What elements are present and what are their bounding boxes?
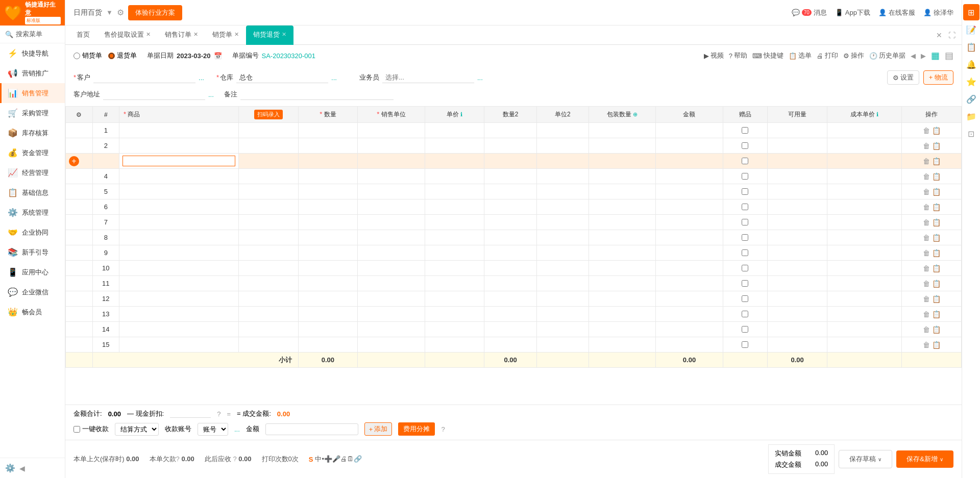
grid-view2-icon[interactable]: ▤ [945,50,953,61]
radio-sales-input[interactable] [74,53,80,59]
cell-unit2[interactable] [536,138,589,154]
gift-checkbox[interactable] [742,234,748,241]
save-new-btn[interactable]: 保存&新增 ∨ [896,450,953,468]
copy-row-icon[interactable]: 📋 [932,325,941,334]
cell-product[interactable] [119,123,239,138]
topbar-gear-icon[interactable]: ⚙ [117,8,124,17]
right-panel-btn-6[interactable]: 🔗 [963,91,979,107]
tab-sales-order[interactable]: 销售订单 ✕ [158,26,205,45]
cell-qty[interactable] [298,138,358,154]
delete-row-icon[interactable]: 🗑 [923,234,930,242]
search-menu[interactable]: 🔍 搜索菜单 [0,26,65,43]
delete-row-icon[interactable]: 🗑 [923,172,930,181]
tabs-close-all-icon[interactable]: ✕ [934,30,944,40]
nav-next-icon[interactable]: ▶ [921,52,926,60]
cell-price[interactable] [425,154,484,169]
video-btn[interactable]: ▶视频 [704,51,724,60]
copy-row-icon[interactable]: 📋 [932,341,941,349]
address-input[interactable] [103,89,205,100]
cell-unit2[interactable] [536,154,589,169]
sidebar-item-inventory[interactable]: 📦 库存核算 [0,123,65,143]
gift-checkbox[interactable] [742,173,748,180]
help-btn[interactable]: ?帮助 [729,51,747,60]
tab-sales-return[interactable]: 销货退货 ✕ [246,26,293,45]
gift-checkbox[interactable] [742,158,748,164]
cell-unit2[interactable] [536,123,589,138]
copy-row-icon[interactable]: 📋 [932,280,941,288]
nav-prev-icon[interactable]: ◀ [911,52,916,60]
sidebar-item-operations[interactable]: 📈 经营管理 [0,163,65,183]
cell-pack[interactable] [589,138,655,154]
cell-unit[interactable] [358,138,425,154]
grid-view1-icon[interactable]: ▦ [931,50,940,61]
calendar-icon[interactable]: 📅 [214,52,222,60]
copy-row-icon[interactable]: 📋 [932,234,941,242]
cell-amount[interactable] [656,123,723,138]
cell-qty2[interactable] [484,138,536,154]
save-draft-chevron-icon[interactable]: ∨ [878,457,881,462]
cell-product[interactable] [119,154,239,169]
tabs-maximize-icon[interactable]: ⛶ [946,30,958,40]
copy-row-icon[interactable]: 📋 [932,142,941,150]
account-dots[interactable]: ... [234,425,240,433]
sidebar-item-finance[interactable]: 💰 资金管理 [0,143,65,163]
scan-btn[interactable]: 扫码录入 [254,110,283,119]
product-input[interactable] [122,156,235,166]
shortcut-btn[interactable]: ⌨快捷键 [752,51,783,60]
gift-checkbox[interactable] [742,127,748,134]
gift-checkbox[interactable] [742,249,748,256]
sidebar-item-quick-nav[interactable]: ⚡ 快捷导航 [0,43,65,63]
warehouse-input[interactable] [236,72,328,83]
radio-return-input[interactable] [108,53,115,59]
sidebar-item-vip[interactable]: 👑 畅会员 [0,302,65,322]
operation-btn[interactable]: ⚙操作 [843,51,864,60]
delete-row-icon[interactable]: 🗑 [923,249,930,257]
copy-row-icon[interactable]: 📋 [932,157,941,165]
experience-btn[interactable]: 体验行业方案 [128,5,182,20]
copy-row-icon[interactable]: 📋 [932,264,941,272]
online-service-btn[interactable]: 👤 在线客服 [878,8,915,17]
tab-sales-order-close-icon[interactable]: ✕ [193,31,198,38]
discount-input[interactable] [170,410,211,418]
copy-row-icon[interactable]: 📋 [932,310,941,318]
copy-row-icon[interactable]: 📋 [932,203,941,211]
delete-row-icon[interactable]: 🗑 [923,341,930,349]
cell-price[interactable] [425,138,484,154]
cell-pack[interactable] [589,123,655,138]
delete-row-icon[interactable]: 🗑 [923,188,930,196]
sidebar-item-system[interactable]: ⚙️ 系统管理 [0,203,65,222]
copy-row-icon[interactable]: 📋 [932,172,941,181]
user-profile[interactable]: 👤 徐泽华 [923,8,953,17]
delete-row-icon[interactable]: 🗑 [923,127,930,135]
copy-row-icon[interactable]: 📋 [932,127,941,135]
app-download-btn[interactable]: 📱 App下载 [835,8,870,17]
sidebar-item-promo[interactable]: 📢 营销推广 [0,63,65,83]
select-btn[interactable]: 📋选单 [789,51,812,60]
delete-row-icon[interactable]: 🗑 [923,310,930,318]
add-payment-btn[interactable]: + 添加 [364,422,393,436]
right-panel-btn-8[interactable]: ⊡ [963,125,979,142]
right-panel-btn-4[interactable]: 🔔 [963,56,979,72]
radio-sales[interactable]: 销货单 [74,51,102,60]
cell-qty2[interactable] [484,123,536,138]
amount-input[interactable] [265,423,358,435]
sidebar-item-newbie[interactable]: 📚 新手引导 [0,242,65,262]
delete-row-icon[interactable]: 🗑 [923,218,930,227]
gift-checkbox[interactable] [742,265,748,271]
message-btn[interactable]: 💬 70 消息 [792,8,827,17]
copy-row-icon[interactable]: 📋 [932,249,941,257]
right-panel-btn-1[interactable]: ⊞ [963,4,979,20]
cell-unit[interactable] [358,123,425,138]
sidebar-collapse-icon[interactable]: ◀ [19,464,25,472]
tab-return-close-icon[interactable]: ✕ [282,31,286,38]
copy-row-icon[interactable]: 📋 [932,188,941,196]
customer-input[interactable] [93,72,195,83]
sidebar-settings-icon[interactable]: ⚙️ [5,463,15,473]
cell-price[interactable] [425,123,484,138]
settings-btn[interactable]: ⚙ 设置 [887,70,919,85]
gift-checkbox[interactable] [742,326,748,333]
radio-return[interactable]: 退货单 [108,51,137,60]
gift-checkbox[interactable] [742,280,748,287]
copy-row-icon[interactable]: 📋 [932,218,941,227]
delete-row-icon[interactable]: 🗑 [923,264,930,272]
